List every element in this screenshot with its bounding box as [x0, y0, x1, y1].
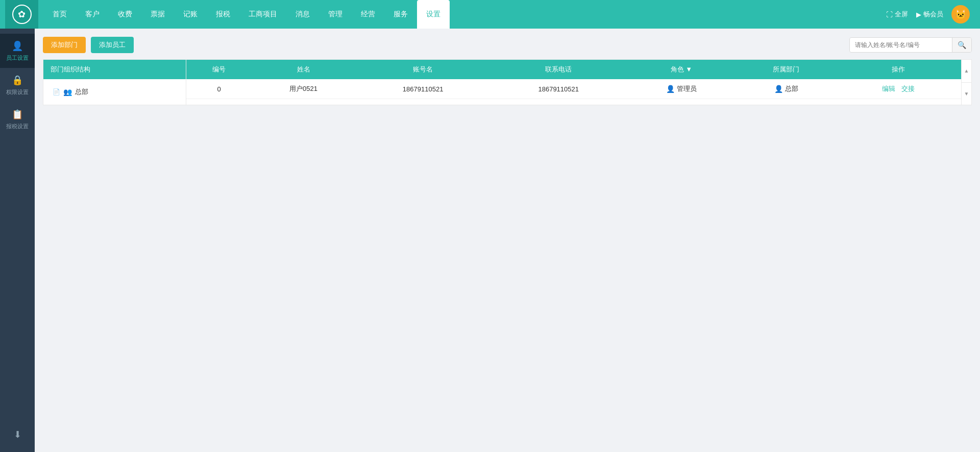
dept-tree-body: 📄 👥 总部 [43, 79, 186, 105]
scroll-down-arrow[interactable]: ▼ [962, 83, 971, 105]
dept-badge: 👤 总部 [774, 84, 798, 93]
user-group-icon: 👥 [63, 88, 72, 96]
doc-icon: 📄 [53, 88, 60, 96]
col-account: 账号名 [355, 60, 491, 79]
col-name: 姓名 [252, 60, 355, 79]
sidebar-item-0[interactable]: 👤员工设置 [0, 34, 35, 68]
sidebar-item-1[interactable]: 🔒权限设置 [0, 68, 35, 102]
search-icon: 🔍 [958, 41, 966, 49]
download-icon: ⬇ [11, 429, 23, 441]
edit-link[interactable]: 编辑 [882, 85, 895, 92]
col-dept: 所属部门 [737, 60, 836, 79]
add-dept-button[interactable]: 添加部门 [43, 37, 86, 53]
nav-item-首页[interactable]: 首页 [43, 0, 76, 29]
scroll-arrows: ▲ ▼ [961, 60, 971, 105]
fullscreen-button[interactable]: ⛶ 全屏 [886, 10, 908, 19]
nav-items: 首页客户收费票据记账报税工商项目消息管理经营服务设置 [43, 0, 450, 29]
cell-account: 18679110521 [355, 79, 491, 99]
cell-dept: 👤 总部 [737, 79, 836, 99]
nav-right: ⛶ 全屏 ▶ 畅会员 🐱 [886, 5, 980, 23]
nav-item-设置[interactable]: 设置 [417, 0, 450, 29]
two-col-panel: 部门组织结构 📄 👥 总部 编号 姓名 账号名 [43, 59, 972, 105]
role-badge: 👤 管理员 [666, 84, 697, 93]
sidebar: 👤员工设置🔒权限设置📋报税设置 ⬇ [0, 29, 35, 452]
sidebar-label-0: 员工设置 [6, 54, 29, 62]
col-role[interactable]: 角色 ▼ [626, 60, 737, 79]
col-action: 操作 [836, 60, 961, 79]
logo[interactable]: ✿ [5, 0, 38, 29]
cell-role: 👤 管理员 [626, 79, 737, 99]
sidebar-label-1: 权限设置 [6, 88, 29, 96]
table-head: 编号 姓名 账号名 联系电话 角色 ▼ 所属部门 操作 [186, 60, 961, 79]
role-label: 管理员 [677, 84, 697, 93]
scroll-up-arrow[interactable]: ▲ [962, 60, 971, 83]
nav-item-报税[interactable]: 报税 [207, 0, 239, 29]
nav-item-管理[interactable]: 管理 [319, 0, 352, 29]
sidebar-item-2[interactable]: 📋报税设置 [0, 102, 35, 136]
col-phone: 联系电话 [491, 60, 626, 79]
nav-item-收费[interactable]: 收费 [109, 0, 141, 29]
table-row: 0 用户0521 18679110521 18679110521 👤 管理员 [186, 79, 961, 99]
content-area: 添加部门 添加员工 🔍 部门组织结构 📄 👥 总部 [35, 29, 980, 452]
fullscreen-label: 全屏 [895, 10, 908, 19]
sidebar-icon-1: 🔒 [11, 74, 23, 86]
nav-item-经营[interactable]: 经营 [352, 0, 384, 29]
col-id: 编号 [186, 60, 252, 79]
col-role-label: 角色 ▼ [671, 65, 692, 73]
toolbar: 添加部门 添加员工 🔍 [43, 37, 972, 53]
table-header-row: 编号 姓名 账号名 联系电话 角色 ▼ 所属部门 操作 [186, 60, 961, 79]
employee-table: 编号 姓名 账号名 联系电话 角色 ▼ 所属部门 操作 [186, 60, 961, 105]
sidebar-bottom: ⬇ [0, 422, 35, 447]
fullscreen-icon: ⛶ [886, 11, 893, 18]
cell-id: 0 [186, 79, 252, 99]
top-nav: ✿ 首页客户收费票据记账报税工商项目消息管理经营服务设置 ⛶ 全屏 ▶ 畅会员 … [0, 0, 980, 29]
sidebar-icon-0: 👤 [11, 40, 23, 52]
cell-action: 编辑 交接 [836, 79, 961, 99]
tree-item-label: 总部 [75, 87, 88, 97]
transfer-link[interactable]: 交接 [901, 85, 915, 92]
member-label: 畅会员 [923, 10, 943, 19]
sidebar-label-2: 报税设置 [6, 123, 29, 130]
nav-item-客户[interactable]: 客户 [76, 0, 109, 29]
nav-item-服务[interactable]: 服务 [384, 0, 417, 29]
search-button[interactable]: 🔍 [952, 38, 971, 52]
dept-icon: 👤 [774, 85, 783, 93]
play-icon: ▶ [916, 11, 921, 18]
sidebar-item-download[interactable]: ⬇ [0, 422, 35, 447]
cell-phone: 18679110521 [491, 79, 626, 99]
add-employee-button[interactable]: 添加员工 [91, 37, 134, 53]
dept-tree: 部门组织结构 📄 👥 总部 [43, 60, 186, 105]
nav-item-工商项目[interactable]: 工商项目 [239, 0, 286, 29]
table: 编号 姓名 账号名 联系电话 角色 ▼ 所属部门 操作 [186, 60, 961, 99]
dept-tree-header: 部门组织结构 [43, 60, 186, 79]
role-icon: 👤 [666, 85, 675, 93]
tree-item-general[interactable]: 📄 👥 总部 [48, 84, 181, 100]
member-button[interactable]: ▶ 畅会员 [916, 10, 943, 19]
avatar[interactable]: 🐱 [951, 5, 970, 23]
sidebar-icon-2: 📋 [11, 108, 23, 121]
cell-name: 用户0521 [252, 79, 355, 99]
table-body: 0 用户0521 18679110521 18679110521 👤 管理员 [186, 79, 961, 99]
nav-item-消息[interactable]: 消息 [286, 0, 319, 29]
logo-icon: ✿ [12, 5, 32, 24]
nav-item-记账[interactable]: 记账 [174, 0, 207, 29]
dept-label: 总部 [785, 84, 798, 93]
main-layout: 👤员工设置🔒权限设置📋报税设置 ⬇ 添加部门 添加员工 🔍 部门组织结构 [0, 29, 980, 452]
search-input[interactable] [850, 38, 952, 52]
search-box: 🔍 [849, 37, 972, 53]
nav-item-票据[interactable]: 票据 [141, 0, 174, 29]
